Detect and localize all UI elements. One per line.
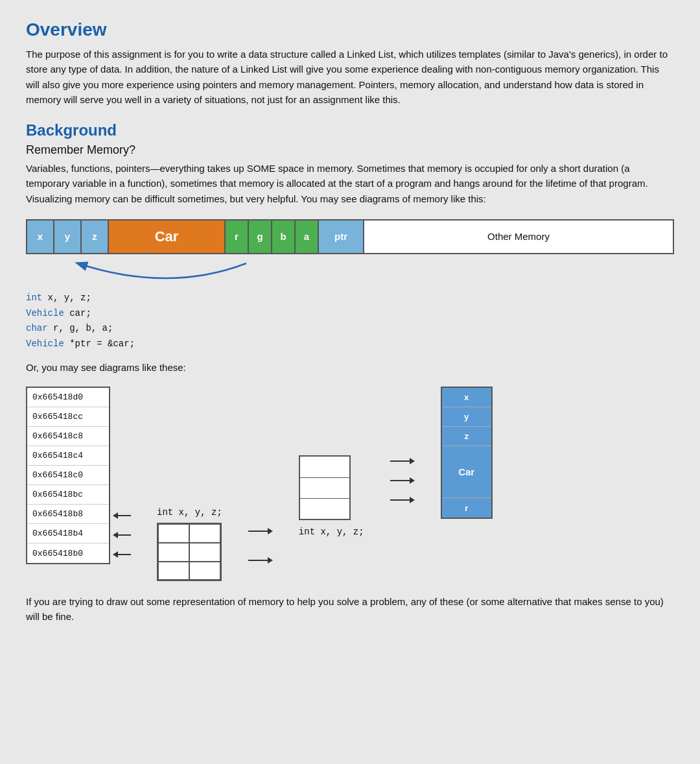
cell-a: a <box>296 221 319 253</box>
tall-cell-x: x <box>442 388 491 407</box>
int-box-left <box>157 523 222 581</box>
address-table: 0x665418d0 0x665418cc 0x665418c8 0x66541… <box>26 387 110 564</box>
code-line-2: Vehicle car; <box>26 306 674 322</box>
code-line-4: Vehicle *ptr = &car; <box>26 337 674 352</box>
memory-diagram: x y z Car r g b a ptr Other Memory <box>26 219 674 284</box>
left-arrow-1 <box>113 506 131 525</box>
tall-cell-y: y <box>442 407 491 427</box>
cell-r: r <box>226 221 249 253</box>
address-section: 0x665418d0 0x665418cc 0x665418c8 0x66541… <box>26 387 131 564</box>
int-label-left: int x, y, z; <box>157 507 222 518</box>
background-heading: Background <box>26 121 674 139</box>
bottom-paragraph: If you are trying to draw out some repre… <box>26 594 674 625</box>
addr-row-5: 0x665418bc <box>27 485 109 505</box>
arrow-tall-1 <box>390 451 415 471</box>
arrow-right-2 <box>248 545 273 575</box>
int-cell-2 <box>189 524 220 543</box>
diagrams-area: 0x665418d0 0x665418cc 0x665418c8 0x66541… <box>26 387 674 581</box>
cell-x: x <box>27 221 54 253</box>
memory-row: x y z Car r g b a ptr Other Memory <box>26 219 674 254</box>
overview-paragraph: The purpose of this assignment is for yo… <box>26 47 674 107</box>
tall-box-area: x y z Car r <box>441 387 493 519</box>
code-line-1: int x, y, z; <box>26 291 674 306</box>
tall-cell-r: r <box>442 498 491 518</box>
addr-row-1: 0x665418cc <box>27 407 109 427</box>
addr-row-4: 0x665418c0 <box>27 466 109 485</box>
addr-row-3: 0x665418c4 <box>27 446 109 466</box>
right-arrows <box>390 451 415 510</box>
arrow-tall-3 <box>390 490 415 510</box>
curved-arrow-svg <box>26 261 285 287</box>
int-label-right: int x, y, z; <box>299 527 364 537</box>
int-cell-1 <box>158 524 189 543</box>
cell-g: g <box>249 221 272 253</box>
addr-row-7: 0x665418b4 <box>27 524 109 543</box>
tall-cell-z: z <box>442 427 491 446</box>
code-line-3: char r, g, b, a; <box>26 321 674 337</box>
cell-other: Other Memory <box>364 221 673 253</box>
left-arrow-2 <box>113 525 131 545</box>
or-text: Or, you may see diagrams like these: <box>26 360 674 375</box>
remember-heading: Remember Memory? <box>26 143 674 157</box>
inner-box <box>299 455 351 520</box>
inner-cell-2 <box>300 478 349 499</box>
addr-arrows <box>113 448 131 564</box>
tall-box: x y z Car r <box>441 387 493 519</box>
code-block: int x, y, z; Vehicle car; char r, g, b, … <box>26 291 674 352</box>
addr-row-6: 0x665418b8 <box>27 505 109 524</box>
cell-z: z <box>82 221 109 253</box>
addr-row-2: 0x665418c8 <box>27 427 109 446</box>
int-cell-3 <box>158 543 189 562</box>
cell-y: y <box>54 221 82 253</box>
cell-car: Car <box>109 221 226 253</box>
addr-row-0: 0x665418d0 <box>27 388 109 407</box>
left-arrow-3 <box>113 545 131 564</box>
cell-b: b <box>272 221 296 253</box>
tall-cell-car: Car <box>442 446 491 498</box>
inner-cell-3 <box>300 499 349 519</box>
curved-arrow-area <box>26 261 674 284</box>
arrow-tall-2 <box>390 471 415 490</box>
int-cell-5 <box>158 562 189 580</box>
middle-arrows <box>248 387 273 575</box>
int-cell-4 <box>189 543 220 562</box>
addr-row-8: 0x665418b0 <box>27 543 109 563</box>
arrow-right-1 <box>248 516 273 545</box>
remember-paragraph: Variables, functions, pointers—everythin… <box>26 161 674 206</box>
cell-ptr: ptr <box>319 221 364 253</box>
overview-heading: Overview <box>26 19 674 40</box>
middle-diagram: int x, y, z; <box>157 387 222 581</box>
right-diagram: int x, y, z; <box>299 387 364 538</box>
inner-cell-1 <box>300 457 349 477</box>
int-cell-6 <box>189 562 220 580</box>
